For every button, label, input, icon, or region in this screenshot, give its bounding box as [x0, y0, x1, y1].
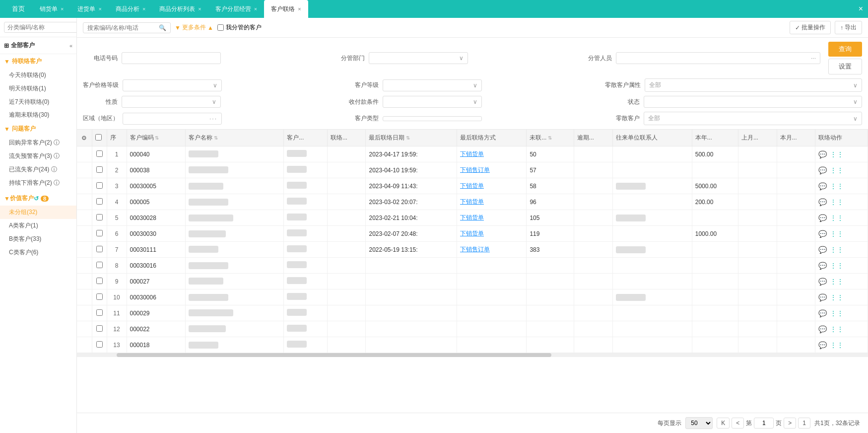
- call-icon[interactable]: 💬: [818, 293, 827, 301]
- nav-tab-customer-tier[interactable]: 客户分层经营 ×: [208, 0, 264, 18]
- contact-method-link[interactable]: 下销货单: [460, 198, 484, 205]
- more-action-icon[interactable]: ⋮⋮: [830, 166, 844, 174]
- more-action-icon[interactable]: ⋮⋮: [830, 246, 844, 254]
- row-checkbox[interactable]: [96, 309, 103, 316]
- horizontal-scrollbar[interactable]: [77, 353, 868, 357]
- contact-col-header[interactable]: 联络...: [327, 130, 366, 146]
- call-icon[interactable]: 💬: [818, 182, 827, 190]
- nav-tab-purchase[interactable]: 进货单 ×: [70, 0, 108, 18]
- phone-input[interactable]: [122, 52, 221, 64]
- call-icon[interactable]: 💬: [818, 198, 827, 206]
- filter-search-input[interactable]: [87, 24, 157, 31]
- more-action-icon[interactable]: ⋮⋮: [830, 293, 844, 301]
- sidebar-item-typeC[interactable]: C类客户(6): [0, 246, 76, 259]
- sidebar-item-today[interactable]: 今天待联络(0): [0, 69, 76, 82]
- row-checkbox[interactable]: [96, 150, 103, 157]
- contact-method-link[interactable]: 下销售订单: [460, 246, 490, 253]
- sidebar-item-ungroup[interactable]: 未分组(32): [0, 206, 76, 219]
- call-icon[interactable]: 💬: [818, 325, 827, 333]
- call-icon[interactable]: 💬: [818, 166, 827, 174]
- row-checkbox-cell[interactable]: [92, 289, 107, 305]
- my-customers-check[interactable]: [217, 24, 224, 31]
- call-icon[interactable]: 💬: [818, 341, 827, 349]
- call-icon[interactable]: 💬: [818, 278, 827, 286]
- row-checkbox-cell[interactable]: [92, 337, 107, 353]
- dept-select[interactable]: ∨: [369, 52, 468, 64]
- row-checkbox[interactable]: [96, 262, 103, 268]
- row-checkbox[interactable]: [96, 182, 103, 189]
- row-checkbox-cell[interactable]: [92, 210, 107, 226]
- payment-select[interactable]: ∨: [383, 96, 482, 108]
- status-select[interactable]: ∨: [644, 96, 862, 108]
- call-icon[interactable]: 💬: [818, 309, 827, 317]
- more-action-icon[interactable]: ⋮⋮: [830, 278, 844, 286]
- nav-tab-home[interactable]: 首页: [4, 4, 33, 13]
- sidebar-item-7days[interactable]: 近7天待联络(0): [0, 95, 76, 109]
- close-product-list-tab[interactable]: ×: [198, 6, 201, 12]
- next-page-button[interactable]: >: [784, 418, 796, 429]
- gear-col-header[interactable]: ⚙: [77, 130, 92, 146]
- call-icon[interactable]: 💬: [818, 246, 827, 254]
- my-customers-checkbox[interactable]: 我分管的客户: [217, 23, 262, 32]
- name-col-header[interactable]: 客户名称: [186, 130, 284, 146]
- person-select[interactable]: ···: [616, 52, 820, 64]
- this-month-col-header[interactable]: 本月...: [777, 130, 815, 146]
- row-checkbox-cell[interactable]: [92, 146, 107, 162]
- query-button[interactable]: 查询: [828, 42, 862, 57]
- sidebar-group-problem[interactable]: ▼ 问题客户: [0, 122, 76, 136]
- row-checkbox[interactable]: [96, 325, 103, 332]
- call-icon[interactable]: 💬: [818, 214, 827, 222]
- sidebar-item-abnormal[interactable]: 回购异常客户(2) ⓘ: [0, 136, 76, 149]
- contact-method-link[interactable]: 下销货单: [460, 182, 484, 189]
- region-dots-icon[interactable]: ···: [209, 115, 217, 122]
- row-checkbox[interactable]: [96, 230, 103, 236]
- row-checkbox[interactable]: [96, 246, 103, 252]
- gear-icon[interactable]: ⚙: [81, 135, 87, 142]
- uncontact-col-header[interactable]: 未联...: [527, 130, 574, 146]
- refresh-icon[interactable]: ↺: [34, 195, 39, 202]
- more-action-icon[interactable]: ⋮⋮: [830, 325, 844, 333]
- region-select[interactable]: ···: [123, 113, 222, 125]
- sidebar-item-typeA[interactable]: A类客户(1): [0, 219, 76, 232]
- scatter-cust-select[interactable]: 全部 ∨: [644, 112, 862, 125]
- overdue-col-header[interactable]: 逾期...: [574, 130, 612, 146]
- close-sales-tab[interactable]: ×: [61, 6, 64, 12]
- close-customer-contact-tab[interactable]: ×: [298, 6, 301, 12]
- more-action-icon[interactable]: ⋮⋮: [830, 182, 844, 190]
- check-col-header[interactable]: [92, 130, 107, 146]
- row-checkbox[interactable]: [96, 198, 103, 205]
- call-icon[interactable]: 💬: [818, 230, 827, 238]
- this-year-col-header[interactable]: 本年...: [692, 130, 738, 146]
- code-col-header[interactable]: 客户编码: [127, 130, 186, 146]
- row-checkbox[interactable]: [96, 278, 103, 284]
- page-size-select[interactable]: 50 20 100: [685, 417, 713, 429]
- sidebar-item-overdue[interactable]: 逾期未联络(30): [0, 108, 76, 122]
- row-checkbox-cell[interactable]: [92, 258, 107, 274]
- sidebar-item-typeB[interactable]: B类客户(33): [0, 232, 76, 246]
- more-action-icon[interactable]: ⋮⋮: [830, 230, 844, 238]
- row-checkbox-cell[interactable]: [92, 242, 107, 258]
- more-action-icon[interactable]: ⋮⋮: [830, 309, 844, 317]
- sidebar-item-churn-warning[interactable]: 流失预警客户(3) ⓘ: [0, 149, 76, 163]
- more-action-icon[interactable]: ⋮⋮: [830, 262, 844, 270]
- scatter-attr-select[interactable]: 全部 ∨: [645, 78, 862, 92]
- more-action-icon[interactable]: ⋮⋮: [830, 198, 844, 206]
- sidebar-group-pending[interactable]: ▼ 待联络客户: [0, 54, 76, 69]
- more-action-icon[interactable]: ⋮⋮: [830, 150, 844, 158]
- last-month-col-header[interactable]: 上月...: [738, 130, 777, 146]
- prev-page-button[interactable]: <: [732, 418, 744, 429]
- row-checkbox[interactable]: [96, 214, 103, 220]
- type-col-header[interactable]: 客户...: [284, 130, 328, 146]
- page-number-input[interactable]: [754, 418, 774, 429]
- row-checkbox-cell[interactable]: [92, 226, 107, 242]
- row-checkbox[interactable]: [96, 341, 103, 348]
- last-method-col-header[interactable]: 最后联络方式: [457, 130, 526, 146]
- unit-contact-col-header[interactable]: 往来单位联系人: [612, 130, 692, 146]
- sidebar-item-tomorrow[interactable]: 明天待联络(1): [0, 82, 76, 95]
- price-grade-select[interactable]: ∨: [123, 79, 222, 91]
- last-page-button[interactable]: 1: [798, 418, 810, 429]
- sidebar-item-churned[interactable]: 已流失客户(24) ⓘ: [0, 163, 76, 176]
- sidebar-all-customers[interactable]: ⊞ 全部客户 «: [0, 37, 76, 54]
- sidebar-collapse-icon[interactable]: «: [69, 43, 72, 49]
- close-window-button[interactable]: ×: [859, 4, 863, 13]
